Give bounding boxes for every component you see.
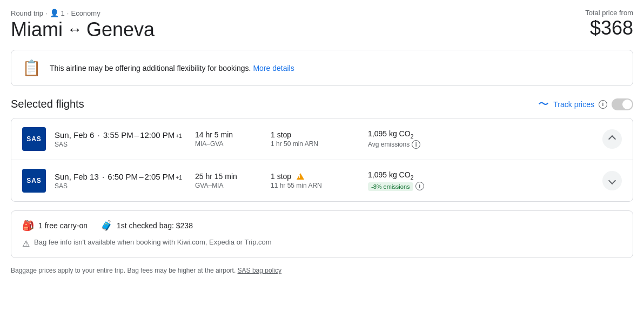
header-meta: Round trip · 👤 1 · Economy — [11, 9, 155, 17]
flight-datetime-1: Sun, Feb 6 · 3:55 PM – 12:00 PM +1 — [55, 130, 195, 140]
flight-row-1: SAS Sun, Feb 6 · 3:55 PM – 12:00 PM +1 S… — [11, 118, 633, 160]
dot-1: · — [45, 9, 48, 17]
flight2-route: GVA–MIA — [195, 182, 271, 189]
flight2-emissions-badge-area: -8% emissions i — [368, 181, 596, 191]
track-prices-toggle[interactable] — [612, 98, 633, 110]
checked-bag-item: 🧳 1st checked bag: $238 — [100, 220, 193, 232]
track-prices-label[interactable]: Track prices — [553, 100, 594, 109]
footer-note-text: Baggage prices apply to your entire trip… — [11, 267, 236, 274]
flight1-duration: 14 hr 5 min — [195, 130, 271, 139]
carry-on-icon: 🎒 — [22, 220, 34, 232]
header-left: Round trip · 👤 1 · Economy Miami ↔ Genev… — [11, 9, 155, 41]
flight1-emissions-kg: 1,095 kg CO2 — [368, 129, 596, 140]
emissions2-info-icon[interactable]: i — [415, 182, 424, 190]
flight2-co2-sub: 2 — [411, 174, 414, 180]
header-route: Miami ↔ Geneva — [11, 18, 155, 41]
airline-logo-1: SAS — [22, 127, 46, 151]
checked-bag-icon: 🧳 — [100, 220, 112, 232]
flight2-dash: – — [139, 172, 143, 181]
person-icon: 👤 — [50, 9, 59, 17]
airline-logo-2: SAS — [22, 169, 46, 193]
flight2-stop-detail: 11 hr 55 min ARN — [271, 182, 368, 189]
chevron-up-icon-1 — [608, 135, 616, 143]
flight1-date: Sun, Feb 6 — [55, 130, 94, 140]
flights-container: SAS Sun, Feb 6 · 3:55 PM – 12:00 PM +1 S… — [11, 118, 633, 202]
total-price-value: $368 — [585, 17, 633, 39]
origin-city: Miami — [11, 18, 63, 41]
flight-stops-1: 1 stop 1 hr 50 min ARN — [271, 130, 368, 148]
trip-type-label: Round trip — [11, 9, 43, 17]
flight1-stops: 1 stop — [271, 130, 368, 139]
flight1-arrival: 12:00 PM — [140, 130, 175, 140]
route-arrow: ↔ — [67, 21, 82, 38]
section-title: Selected flights — [11, 98, 84, 110]
flight-stops-2: 1 stop 11 hr 55 min ARN — [271, 172, 368, 189]
track-trend-icon: 〜 — [538, 97, 549, 111]
baggage-warn-icon: ⚠ — [22, 239, 30, 249]
emissions-badge: -8% emissions — [368, 182, 413, 191]
flight2-dot: · — [100, 172, 107, 181]
flight1-route: MIA–GVA — [195, 140, 271, 148]
footer-note: Baggage prices apply to your entire trip… — [11, 265, 633, 276]
flight1-day-offset: +1 — [176, 133, 182, 139]
flight2-stops-container: 1 stop — [271, 172, 368, 181]
checked-bag-label: 1st checked bag: $238 — [117, 221, 193, 230]
flight1-airline: SAS — [55, 141, 195, 148]
flight-duration-2: 25 hr 15 min GVA–MIA — [195, 172, 271, 189]
dot-2: · — [67, 9, 69, 17]
total-price-label: Total price from — [585, 9, 633, 17]
flight2-day-offset: +1 — [176, 175, 182, 181]
flight1-kg-unit: kg CO — [389, 129, 411, 138]
flight-main-1: Sun, Feb 6 · 3:55 PM – 12:00 PM +1 SAS — [55, 130, 195, 148]
flight2-emissions-kg: 1,095 kg CO2 — [368, 170, 596, 181]
flight1-emissions-label: Avg emissions i — [368, 140, 596, 149]
flight2-kg-unit: kg CO — [389, 170, 411, 179]
carry-on-item: 🎒 1 free carry-on — [22, 220, 88, 232]
track-prices-area: 〜 Track prices i — [538, 97, 633, 111]
track-info-icon[interactable]: i — [599, 100, 607, 109]
header-right: Total price from $368 — [585, 9, 633, 39]
chevron-down-icon-2 — [608, 177, 616, 184]
flexibility-text: This airline may be offering additional … — [50, 64, 294, 72]
more-details-link[interactable]: More details — [253, 64, 294, 72]
flight-row-2: SAS Sun, Feb 13 · 6:50 PM – 2:05 PM +1 S… — [11, 160, 633, 201]
flight2-stops-text: 1 stop — [271, 172, 291, 181]
flight2-kg-value: 1,095 — [368, 170, 387, 179]
page-container: Round trip · 👤 1 · Economy Miami ↔ Genev… — [0, 0, 644, 282]
flight1-departure: 3:55 PM — [103, 130, 133, 140]
flight-duration-1: 14 hr 5 min MIA–GVA — [195, 130, 271, 148]
header: Round trip · 👤 1 · Economy Miami ↔ Genev… — [11, 9, 633, 41]
sas-bag-policy-link[interactable]: SAS bag policy — [238, 267, 281, 274]
flight2-duration: 25 hr 15 min — [195, 172, 271, 181]
flight-main-2: Sun, Feb 13 · 6:50 PM – 2:05 PM +1 SAS — [55, 172, 195, 190]
flight-datetime-2: Sun, Feb 13 · 6:50 PM – 2:05 PM +1 — [55, 172, 195, 181]
airline-logo-text-2: SAS — [26, 177, 42, 184]
flight1-stop-detail: 1 hr 50 min ARN — [271, 140, 368, 148]
cabin-class-label: Economy — [71, 9, 100, 17]
flight2-date: Sun, Feb 13 — [55, 172, 99, 181]
baggage-note: ⚠ Bag fee info isn't available when book… — [22, 238, 622, 249]
emissions1-info-icon[interactable]: i — [412, 140, 420, 149]
flight-emissions-1: 1,095 kg CO2 Avg emissions i — [368, 129, 596, 149]
flight2-airline: SAS — [55, 182, 195, 190]
flexibility-banner: 📋 This airline may be offering additiona… — [11, 50, 633, 86]
carry-on-label: 1 free carry-on — [38, 221, 88, 230]
flight1-dot: · — [95, 130, 102, 140]
destination-city: Geneva — [86, 18, 155, 41]
baggage-card: 🎒 1 free carry-on 🧳 1st checked bag: $23… — [11, 210, 633, 258]
section-header: Selected flights 〜 Track prices i — [11, 97, 633, 111]
flexibility-icon: 📋 — [22, 59, 41, 77]
flight-emissions-2: 1,095 kg CO2 -8% emissions i — [368, 170, 596, 191]
passengers-count: 1 — [61, 9, 65, 17]
expand-flight-2-button[interactable] — [602, 171, 622, 190]
flight2-departure: 6:50 PM — [108, 172, 138, 181]
flight1-avg-label: Avg emissions — [368, 141, 410, 148]
flight1-co2-sub: 2 — [411, 133, 414, 139]
baggage-row: 🎒 1 free carry-on 🧳 1st checked bag: $23… — [22, 220, 622, 232]
baggage-note-text: Bag fee info isn't available when bookin… — [34, 238, 272, 246]
airline-logo-text-1: SAS — [26, 135, 42, 143]
flight2-arrival: 2:05 PM — [144, 172, 175, 181]
flexibility-message: This airline may be offering additional … — [50, 64, 251, 72]
expand-flight-1-button[interactable] — [602, 129, 622, 149]
flight1-kg-value: 1,095 — [368, 129, 387, 138]
